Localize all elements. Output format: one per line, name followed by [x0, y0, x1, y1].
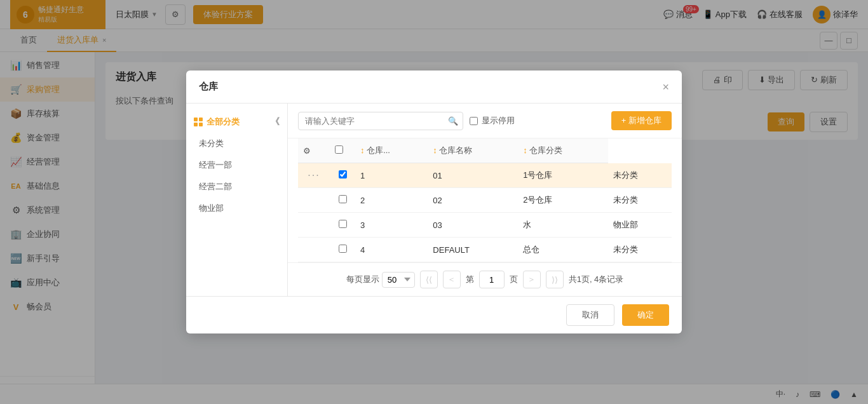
- modal-sidebar-collapse-icon[interactable]: 《: [271, 116, 280, 128]
- row-3-name: 水: [518, 213, 608, 238]
- row-2-category: 未分类: [608, 188, 672, 213]
- next-page-button[interactable]: ＞: [523, 271, 541, 288]
- row-1-name-val: 1号仓库: [523, 170, 552, 180]
- col-name-label: 仓库名称: [439, 145, 472, 155]
- page-number-input[interactable]: [479, 271, 505, 288]
- row-1-more-icon[interactable]: ···: [308, 170, 320, 180]
- modal-footer: 取消 确定: [186, 296, 682, 333]
- row-1-category: 未分类: [608, 163, 672, 188]
- table-header: ⚙ ↕ 仓库... ↕: [298, 138, 672, 163]
- modal-sidebar-item-property[interactable]: 物业部: [186, 198, 287, 219]
- table-row[interactable]: 2 02 2号仓库 未分类: [298, 188, 672, 213]
- col-header-gear: ⚙: [298, 138, 330, 163]
- row-3-code: 03: [428, 213, 518, 238]
- modal-table-wrap: ⚙ ↕ 仓库... ↕: [288, 138, 682, 262]
- modal-sidebar-item-dept1[interactable]: 经营一部: [186, 154, 287, 176]
- row-4-code: DEFAULT: [428, 238, 518, 262]
- modal-pagination: 每页显示 10 20 50 100 ⟨⟨ ＜ 第 页 ＞ ⟩⟩: [288, 262, 682, 296]
- row-1-actions: ···: [298, 163, 330, 188]
- show-disabled-label[interactable]: 显示停用: [470, 115, 515, 126]
- sort-name-icon: ↕: [433, 145, 437, 155]
- col-header-category: ↕ 仓库分类: [518, 138, 608, 163]
- last-page-button[interactable]: ⟩⟩: [546, 271, 564, 288]
- search-input-wrap: 🔍: [298, 112, 463, 130]
- row-1-category-val: 未分类: [613, 170, 638, 180]
- row-1-code: 01: [428, 163, 518, 188]
- row-3-actions: [298, 213, 330, 238]
- select-all-checkbox[interactable]: [335, 145, 343, 154]
- per-page-label: 每页显示: [346, 274, 379, 285]
- modal-header: 仓库 ×: [186, 71, 682, 104]
- total-info: 共1页, 4条记录: [569, 274, 624, 285]
- row-2-code: 02: [428, 188, 518, 213]
- row-4-name: 总仓: [518, 238, 608, 262]
- cancel-button[interactable]: 取消: [566, 304, 614, 326]
- col-header-code: ↕ 仓库...: [355, 138, 428, 163]
- row-1-checkbox[interactable]: [339, 170, 347, 178]
- row-3-category: 物业部: [608, 213, 672, 238]
- row-2-name: 2号仓库: [518, 188, 608, 213]
- row-1-index-val: 1: [360, 171, 365, 180]
- row-4-check: [330, 238, 355, 262]
- per-page-select: 每页显示 10 20 50 100: [346, 272, 415, 288]
- page-label: 第: [466, 274, 474, 285]
- confirm-button[interactable]: 确定: [622, 304, 669, 326]
- page-suffix: 页: [510, 274, 518, 285]
- row-1-name: 1号仓库: [518, 163, 608, 188]
- row-4-actions: [298, 238, 330, 262]
- modal-sidebar-item-dept2[interactable]: 经营二部: [186, 176, 287, 198]
- modal-close-button[interactable]: ×: [662, 81, 669, 93]
- modal-title: 仓库: [199, 81, 218, 93]
- modal-main: 🔍 显示停用 + 新增仓库 ⚙: [288, 104, 682, 296]
- grid-icon: [194, 118, 203, 126]
- row-1-index: 1: [355, 163, 428, 188]
- row-4-index: 4: [355, 238, 428, 262]
- search-input[interactable]: [298, 112, 463, 130]
- row-2-check: [330, 188, 355, 213]
- per-page-dropdown[interactable]: 10 20 50 100: [382, 272, 415, 288]
- show-disabled-text: 显示停用: [482, 115, 515, 126]
- first-page-button[interactable]: ⟨⟨: [420, 271, 438, 288]
- col-code-label: 仓库...: [367, 145, 390, 155]
- col-header-check: [330, 138, 355, 163]
- table-row[interactable]: 3 03 水 物业部: [298, 213, 672, 238]
- table-row[interactable]: 4 DEFAULT 总仓 未分类: [298, 238, 672, 262]
- modal-sidebar-header[interactable]: 全部分类 《: [186, 111, 287, 133]
- row-2-actions: [298, 188, 330, 213]
- row-3-checkbox[interactable]: [339, 220, 347, 228]
- row-2-index: 2: [355, 188, 428, 213]
- row-4-checkbox[interactable]: [339, 245, 347, 253]
- modal-overlay: 仓库 × 全部分类 《 未分类 经营一部 经营二部 物业部: [0, 0, 868, 404]
- sort-cat-icon: ↕: [523, 145, 527, 155]
- warehouse-modal: 仓库 × 全部分类 《 未分类 经营一部 经营二部 物业部: [186, 71, 682, 333]
- col-header-name: ↕ 仓库名称: [428, 138, 518, 163]
- search-icon[interactable]: 🔍: [448, 116, 458, 126]
- show-disabled-checkbox[interactable]: [470, 117, 478, 125]
- gear-col-icon: ⚙: [303, 146, 311, 156]
- row-4-category: 未分类: [608, 238, 672, 262]
- modal-body: 全部分类 《 未分类 经营一部 经营二部 物业部 🔍: [186, 104, 682, 296]
- row-1-check: [330, 163, 355, 188]
- modal-sidebar: 全部分类 《 未分类 经营一部 经营二部 物业部: [186, 104, 288, 296]
- warehouse-table: ⚙ ↕ 仓库... ↕: [298, 138, 672, 262]
- prev-page-button[interactable]: ＜: [443, 271, 461, 288]
- add-warehouse-button[interactable]: + 新增仓库: [611, 111, 672, 130]
- modal-sidebar-item-uncategorized[interactable]: 未分类: [186, 133, 287, 154]
- row-1-code-val: 01: [433, 171, 442, 180]
- table-row[interactable]: ··· 1 01: [298, 163, 672, 188]
- table-body: ··· 1 01: [298, 163, 672, 262]
- row-2-checkbox[interactable]: [339, 195, 347, 203]
- sort-icon: ↕: [360, 145, 365, 155]
- row-3-index: 3: [355, 213, 428, 238]
- modal-sidebar-header-label: 全部分类: [207, 116, 240, 128]
- row-3-check: [330, 213, 355, 238]
- modal-toolbar: 🔍 显示停用 + 新增仓库: [288, 104, 682, 138]
- col-category-label: 仓库分类: [529, 145, 562, 155]
